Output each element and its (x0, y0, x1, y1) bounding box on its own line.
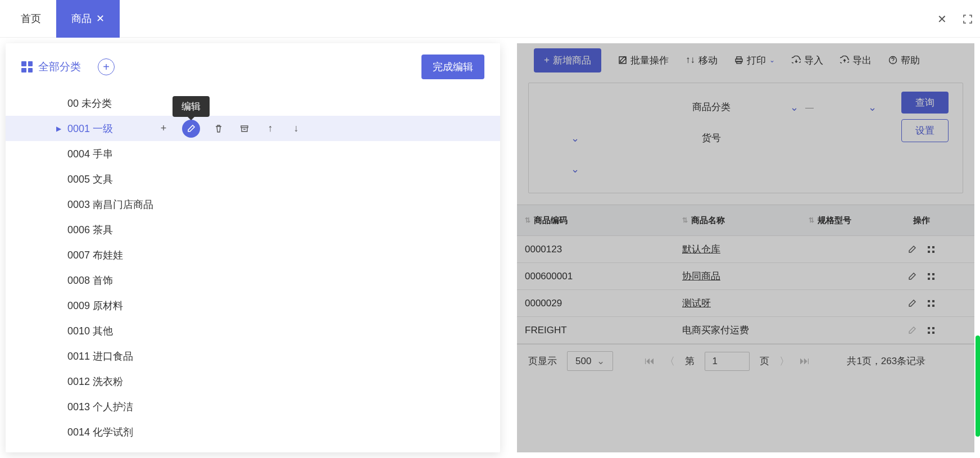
category-label: 0003 南昌门店商品 (67, 198, 153, 211)
category-node[interactable]: ▶0001 一级+编辑↑↓ (6, 116, 500, 141)
cell-ops (874, 272, 969, 281)
add-child-icon[interactable]: + (156, 121, 171, 136)
move-up-icon[interactable]: ↑ (263, 121, 278, 136)
filter-category-label: 商品分类 (680, 101, 742, 114)
page-number-input[interactable]: 1 (705, 352, 750, 371)
pager-prev-icon[interactable]: 〈 (665, 355, 675, 368)
product-list-panel: + 新增商品 批量操作 ↑↓ 移动 打印 ⌄ 导入 导出 (517, 43, 974, 452)
category-node[interactable]: 0011 进口食品 (6, 343, 500, 369)
category-node[interactable]: 0013 个人护洁 (6, 394, 500, 419)
row-more-icon[interactable] (927, 272, 936, 281)
tab-product-label: 商品 (71, 12, 92, 25)
th-spec-label: 规格型号 (818, 215, 851, 226)
import-label: 导入 (804, 54, 823, 67)
print-button[interactable]: 打印 ⌄ (734, 54, 775, 67)
archive-icon[interactable] (237, 121, 252, 136)
category-node[interactable]: 0010 其他 (6, 318, 500, 343)
page-prefix: 第 (685, 355, 695, 368)
category-label: 0001 一级 (67, 122, 113, 135)
plus-icon: + (544, 55, 550, 66)
scrollbar-indicator[interactable] (976, 335, 980, 437)
move-button[interactable]: ↑↓ 移动 (686, 54, 718, 67)
cell-code: 0000029 (517, 298, 674, 309)
category-node[interactable]: 0004 手串 (6, 141, 500, 166)
category-node[interactable]: 0008 首饰 (6, 267, 500, 293)
category-label: 0013 个人护洁 (67, 400, 133, 414)
filter-select-b[interactable]: ⌄ (534, 163, 579, 175)
category-label: 0012 洗衣粉 (67, 375, 123, 388)
cell-name: 电商买家付运费 (674, 324, 801, 337)
filter-area: 查询 设置 商品分类 ⌄ — ⌄ ⌄ 货号 ⌄ (528, 83, 963, 193)
grid-icon (21, 61, 33, 72)
delete-icon[interactable] (211, 121, 226, 136)
category-node[interactable]: 0003 南昌门店商品 (6, 192, 500, 217)
category-node[interactable]: 0006 茶具 (6, 217, 500, 242)
th-ops-label: 操作 (913, 215, 930, 226)
settings-button[interactable]: 设置 (901, 119, 949, 142)
filter-category-select-1[interactable]: ⌄ (742, 101, 798, 114)
table-row[interactable]: 000600001协同商品 (517, 263, 974, 290)
move-down-icon[interactable]: ↓ (289, 121, 303, 136)
tab-product[interactable]: 商品 ✕ (56, 0, 120, 38)
query-button[interactable]: 查询 (901, 92, 949, 114)
pager-last-icon[interactable]: ⏭ (800, 355, 810, 367)
fullscreen-icon[interactable] (955, 6, 980, 31)
category-header: 全部分类 + 完成编辑 (6, 55, 500, 90)
row-edit-icon[interactable] (908, 326, 917, 335)
category-node[interactable]: 0007 布娃娃 (6, 242, 500, 267)
all-categories-label[interactable]: 全部分类 (38, 60, 81, 74)
svg-rect-13 (928, 300, 930, 302)
category-node[interactable]: 0009 原材料 (6, 293, 500, 318)
row-edit-icon[interactable] (908, 272, 917, 281)
import-button[interactable]: 导入 (792, 54, 823, 67)
category-node[interactable]: 00 未分类 (6, 90, 500, 116)
category-label: 0014 化学试剂 (67, 425, 133, 439)
top-tabs: 首页 商品 ✕ ✕ (0, 0, 980, 38)
pager-first-icon[interactable]: ⏮ (645, 355, 655, 367)
table-row[interactable]: 0000123默认仓库 (517, 236, 974, 263)
th-name[interactable]: ⇅商品名称 (674, 215, 801, 226)
row-more-icon[interactable] (927, 326, 936, 335)
per-page-value: 500 (575, 356, 591, 367)
tab-home-label: 首页 (21, 12, 41, 25)
category-node[interactable]: 0014 化学试剂 (6, 419, 500, 445)
add-product-button[interactable]: + 新增商品 (534, 48, 601, 72)
th-spec[interactable]: ⇅规格型号 (801, 215, 874, 226)
svg-rect-16 (932, 305, 934, 307)
table-row[interactable]: 0000029测试呀 (517, 290, 974, 317)
svg-rect-21 (241, 126, 248, 128)
row-more-icon[interactable] (927, 245, 936, 254)
cell-name[interactable]: 协同商品 (674, 270, 801, 283)
row-edit-icon[interactable] (908, 299, 917, 308)
help-button[interactable]: 帮助 (888, 54, 920, 67)
filter-category-select-2[interactable]: ⌄ (820, 101, 877, 114)
print-label: 打印 (747, 54, 766, 67)
category-node[interactable]: 0012 洗衣粉 (6, 369, 500, 394)
category-tree[interactable]: 00 未分类▶0001 一级+编辑↑↓0004 手串0005 文具0003 南昌… (6, 90, 500, 455)
row-edit-icon[interactable] (908, 245, 917, 254)
category-label: 0009 原材料 (67, 299, 123, 312)
svg-rect-5 (928, 246, 930, 248)
finish-edit-button[interactable]: 完成编辑 (421, 55, 484, 79)
th-code[interactable]: ⇅商品编码 (517, 215, 674, 226)
tab-close-icon[interactable]: ✕ (96, 12, 105, 25)
row-more-icon[interactable] (927, 299, 936, 308)
export-button[interactable]: 导出 (840, 54, 872, 67)
sort-icon: ⇅ (525, 216, 530, 224)
tab-home[interactable]: 首页 (6, 0, 56, 38)
add-product-label: 新增商品 (553, 54, 591, 67)
add-category-button[interactable]: + (98, 58, 115, 75)
pager-next-icon[interactable]: 〉 (779, 355, 790, 368)
product-toolbar: + 新增商品 批量操作 ↑↓ 移动 打印 ⌄ 导入 导出 (517, 43, 974, 77)
table-row[interactable]: FREIGHT电商买家付运费 (517, 317, 974, 344)
per-page-select[interactable]: 500 ⌄ (567, 351, 613, 371)
cell-name[interactable]: 测试呀 (674, 297, 801, 310)
filter-sku-label: 货号 (680, 131, 742, 144)
category-node[interactable]: 0005 文具 (6, 166, 500, 192)
edit-tooltip: 编辑 (173, 96, 210, 117)
close-panel-icon[interactable]: ✕ (929, 6, 955, 31)
cell-name[interactable]: 默认仓库 (674, 243, 801, 256)
batch-action-button[interactable]: 批量操作 (618, 54, 669, 67)
page-suffix: 页 (760, 355, 769, 368)
filter-select-a[interactable]: ⌄ (534, 132, 579, 144)
